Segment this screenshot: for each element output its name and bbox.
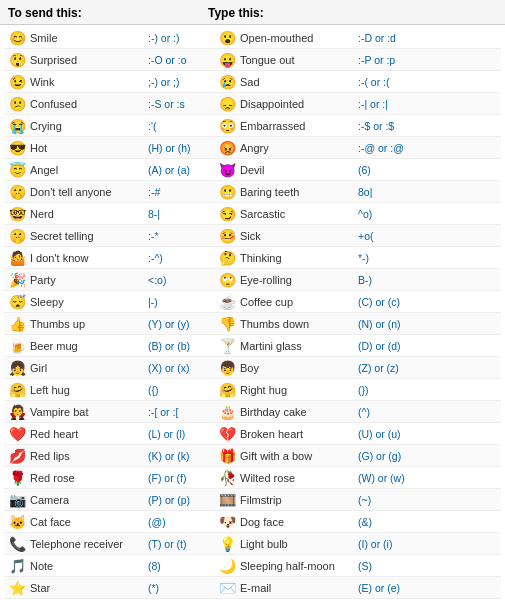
right-emoji: 😬 (218, 183, 236, 201)
table-row: 😊 Smile :-) or :) 😮 Open-mouthed :-D or … (4, 27, 501, 49)
left-label: Red lips (30, 450, 148, 462)
left-code: <:o) (148, 274, 208, 286)
left-emoji: 🤫 (8, 183, 26, 201)
left-col: 😕 Confused :-S or :s (8, 95, 208, 113)
left-label: Nerd (30, 208, 148, 220)
table-row: 📷 Camera (P) or (p) 🎞️ Filmstrip (~) (4, 489, 501, 511)
right-label: Sleeping half-moon (240, 560, 358, 572)
right-col: 🤔 Thinking *-) (218, 249, 418, 267)
right-col: ✉️ E-mail (E) or (e) (218, 579, 418, 597)
table-row: 🎉 Party <:o) 🙄 Eye-rolling B-) (4, 269, 501, 291)
right-code: (~) (358, 494, 418, 506)
right-code: (&) (358, 516, 418, 528)
right-col: 🍸 Martini glass (D) or (d) (218, 337, 418, 355)
left-emoji: 😇 (8, 161, 26, 179)
left-emoji: 🧛 (8, 403, 26, 421)
left-emoji: 😭 (8, 117, 26, 135)
left-col: 🌹 Red rose (F) or (f) (8, 469, 208, 487)
left-emoji: 🤫 (8, 227, 26, 245)
left-code: :-^) (148, 252, 208, 264)
left-label: I don't know (30, 252, 148, 264)
right-col: 😮 Open-mouthed :-D or :d (218, 29, 418, 47)
header-col3 (278, 6, 478, 20)
right-code: (W) or (w) (358, 472, 418, 484)
left-emoji: 🤓 (8, 205, 26, 223)
table-row: 😎 Hot (H) or (h) 😡 Angry :-@ or :@ (4, 137, 501, 159)
right-col: 🙄 Eye-rolling B-) (218, 271, 418, 289)
right-label: Sick (240, 230, 358, 242)
left-col: ❤️ Red heart (L) or (l) (8, 425, 208, 443)
right-label: Gift with a bow (240, 450, 358, 462)
right-col: 😳 Embarrassed :-$ or :$ (218, 117, 418, 135)
right-code: +o( (358, 230, 418, 242)
table-row: 😉 Wink ;-) or ;) 😢 Sad :-( or :( (4, 71, 501, 93)
table-row: 🧛 Vampire bat :-[ or :[ 🎂 Birthday cake … (4, 401, 501, 423)
right-label: Angry (240, 142, 358, 154)
left-code: ;-) or ;) (148, 76, 208, 88)
right-emoji: ✉️ (218, 579, 236, 597)
table-row: 🤷 I don't know :-^) 🤔 Thinking *-) (4, 247, 501, 269)
right-emoji: 💡 (218, 535, 236, 553)
left-emoji: 🤷 (8, 249, 26, 267)
left-col: 👧 Girl (X) or (x) (8, 359, 208, 377)
right-col: 🎂 Birthday cake (^) (218, 403, 418, 421)
table-row: 😴 Sleepy |-) ☕ Coffee cup (C) or (c) (4, 291, 501, 313)
left-emoji: 📞 (8, 535, 26, 553)
right-col: ☕ Coffee cup (C) or (c) (218, 293, 418, 311)
left-code: 8-| (148, 208, 208, 220)
left-code: (P) or (p) (148, 494, 208, 506)
left-label: Secret telling (30, 230, 148, 242)
left-emoji: 👧 (8, 359, 26, 377)
table-row: 🐱 Cat face (@) 🐶 Dog face (&) (4, 511, 501, 533)
left-label: Red rose (30, 472, 148, 484)
right-code: :-| or :| (358, 98, 418, 110)
right-code: B-) (358, 274, 418, 286)
right-emoji: 🤔 (218, 249, 236, 267)
left-col: 😊 Smile :-) or :) (8, 29, 208, 47)
table-row: 😲 Surprised :-O or :o 😛 Tongue out :-P o… (4, 49, 501, 71)
right-col: 😈 Devil (6) (218, 161, 418, 179)
right-code: :-P or :p (358, 54, 418, 66)
left-code: (Y) or (y) (148, 318, 208, 330)
left-col: 🤗 Left hug ({) (8, 381, 208, 399)
left-code: (F) or (f) (148, 472, 208, 484)
left-code: (X) or (x) (148, 362, 208, 374)
left-code: (*) (148, 582, 208, 594)
right-label: Coffee cup (240, 296, 358, 308)
right-emoji: 👎 (218, 315, 236, 333)
right-label: Baring teeth (240, 186, 358, 198)
left-emoji: 🤗 (8, 381, 26, 399)
left-label: Hot (30, 142, 148, 154)
right-col: 😢 Sad :-( or :( (218, 73, 418, 91)
left-emoji: 🎵 (8, 557, 26, 575)
left-label: Don't tell anyone (30, 186, 148, 198)
left-code: :-[ or :[ (148, 406, 208, 418)
right-col: 🎁 Gift with a bow (G) or (g) (218, 447, 418, 465)
table-row: 🤓 Nerd 8-| 😏 Sarcastic ^o) (4, 203, 501, 225)
right-label: Wilted rose (240, 472, 358, 484)
right-label: Martini glass (240, 340, 358, 352)
right-emoji: 🎞️ (218, 491, 236, 509)
right-code: (D) or (d) (358, 340, 418, 352)
right-label: Sad (240, 76, 358, 88)
left-label: Surprised (30, 54, 148, 66)
right-col: 😏 Sarcastic ^o) (218, 205, 418, 223)
left-emoji: 😎 (8, 139, 26, 157)
right-label: Thinking (240, 252, 358, 264)
right-emoji: 😏 (218, 205, 236, 223)
right-label: Eye-rolling (240, 274, 358, 286)
right-code: (E) or (e) (358, 582, 418, 594)
right-code: (^) (358, 406, 418, 418)
right-emoji: 💔 (218, 425, 236, 443)
right-code: (N) or (n) (358, 318, 418, 330)
table-row: 😕 Confused :-S or :s 😞 Disappointed :-| … (4, 93, 501, 115)
left-col: 🤫 Don't tell anyone :-# (8, 183, 208, 201)
left-label: Confused (30, 98, 148, 110)
left-col: 📷 Camera (P) or (p) (8, 491, 208, 509)
left-emoji: 📷 (8, 491, 26, 509)
right-col: 🤒 Sick +o( (218, 227, 418, 245)
left-code: |-) (148, 296, 208, 308)
left-emoji: 🎉 (8, 271, 26, 289)
right-col: 👎 Thumbs down (N) or (n) (218, 315, 418, 333)
right-col: 🎞️ Filmstrip (~) (218, 491, 418, 509)
